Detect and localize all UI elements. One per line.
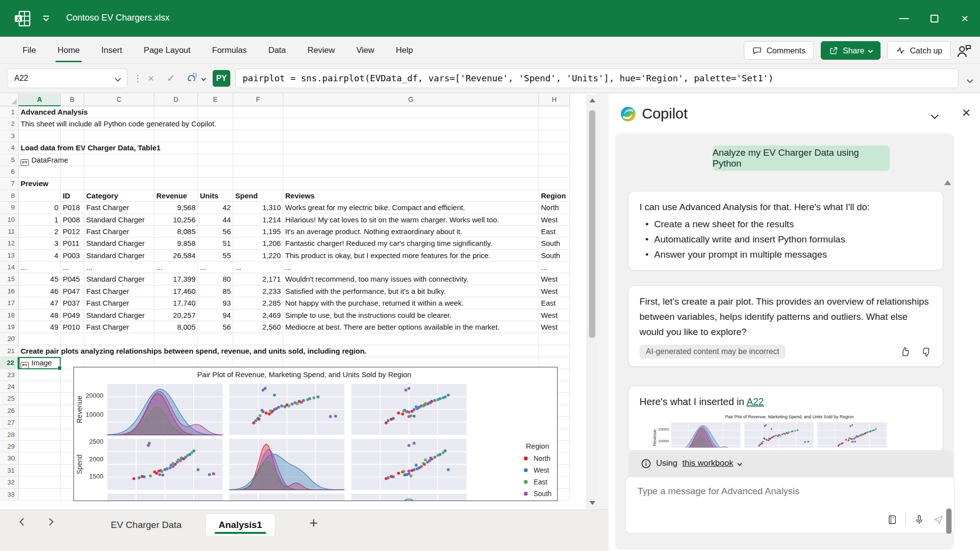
cell-H6[interactable]	[539, 166, 570, 178]
cell-D5[interactable]	[154, 154, 198, 166]
cancel-entry-icon[interactable]: ×	[148, 69, 154, 88]
cell-C3[interactable]	[84, 130, 154, 142]
cell-A12[interactable]: 3	[19, 238, 61, 249]
row-header-9[interactable]: 9	[0, 202, 19, 214]
row-header-31[interactable]: 31	[0, 465, 19, 477]
row-header-32[interactable]: 32	[0, 477, 19, 488]
cell-H8[interactable]: Region	[539, 190, 570, 202]
cell-A7[interactable]: Preview	[19, 178, 61, 190]
cell-F16[interactable]: 2,233	[233, 286, 283, 297]
column-header-A[interactable]: A	[19, 94, 61, 106]
cell-H4[interactable]	[539, 142, 570, 154]
sheet-nav-next-icon[interactable]	[47, 518, 52, 527]
cell-C10[interactable]: Standard Charger	[84, 214, 154, 226]
cell-G7[interactable]	[283, 178, 539, 190]
cell-A8[interactable]	[19, 190, 61, 202]
row-header-5[interactable]: 5	[0, 154, 19, 166]
cell-A33[interactable]	[19, 489, 61, 501]
cell-E4[interactable]	[198, 142, 233, 154]
cell-D12[interactable]: 9,858	[154, 238, 198, 249]
cell-A30[interactable]	[19, 453, 61, 464]
cell-A10[interactable]: 1	[19, 214, 61, 226]
row-header-12[interactable]: 12	[0, 238, 19, 249]
column-header-D[interactable]: D	[154, 94, 198, 106]
sheet-tab-analysis1[interactable]: Analysis1	[206, 514, 275, 536]
cell-B9[interactable]: P018	[61, 202, 84, 214]
cell-E10[interactable]: 44	[198, 214, 233, 226]
row-header-18[interactable]: 18	[0, 310, 19, 321]
row-header-29[interactable]: 29	[0, 441, 19, 453]
column-header-H[interactable]: H	[539, 94, 570, 106]
cell-A19[interactable]: 49	[19, 321, 61, 333]
row-header-2[interactable]: 2	[0, 118, 19, 130]
cell-A3[interactable]	[19, 130, 61, 142]
cell-B3[interactable]	[61, 130, 84, 142]
cell-H16[interactable]: West	[539, 286, 570, 297]
this-workbook-link[interactable]: this workbook	[682, 458, 733, 468]
cell-E8[interactable]: Units	[198, 190, 233, 202]
thumbs-up-icon[interactable]	[900, 346, 911, 358]
cell-H17[interactable]: East	[539, 297, 570, 309]
close-button[interactable]: ×	[950, 0, 980, 37]
cell-G17[interactable]: Not happy with the purchase, returned it…	[283, 297, 539, 309]
row-header-20[interactable]: 20	[0, 333, 19, 345]
sheet-tab-ev-charger-data[interactable]: EV Charger Data	[98, 514, 195, 536]
cell-H20[interactable]	[539, 333, 570, 345]
cell-A31[interactable]	[19, 465, 61, 477]
row-header-7[interactable]: 7	[0, 178, 19, 190]
mic-icon[interactable]	[914, 514, 925, 525]
cell-E11[interactable]: 56	[198, 226, 233, 238]
cell-G5[interactable]	[283, 154, 539, 166]
cell-F18[interactable]: 2,469	[233, 310, 283, 321]
cell-D8[interactable]: Revenue	[154, 190, 198, 202]
ribbon-tab-formulas[interactable]: Formulas	[201, 37, 258, 64]
cell-E15[interactable]: 80	[198, 273, 233, 285]
cell-A17[interactable]: 47	[19, 297, 61, 309]
cell-C20[interactable]	[84, 333, 154, 345]
row-header-8[interactable]: 8	[0, 190, 19, 202]
cell-D20[interactable]	[154, 333, 198, 345]
cell-D11[interactable]: 8,085	[154, 226, 198, 238]
row-header-16[interactable]: 16	[0, 286, 19, 297]
cell-G15[interactable]: Wouldn't recommend, too many issues with…	[283, 273, 539, 285]
cell-D18[interactable]: 20,257	[154, 310, 198, 321]
cell-H18[interactable]: West	[539, 310, 570, 321]
cell-B10[interactable]: P008	[61, 214, 84, 226]
ribbon-tab-page-layout[interactable]: Page Layout	[133, 37, 201, 64]
cell-D7[interactable]	[154, 178, 198, 190]
cell-C11[interactable]: Fast Charger	[84, 226, 154, 238]
cell-F19[interactable]: 2,560	[233, 321, 283, 333]
cell-B11[interactable]: P012	[61, 226, 84, 238]
cell-D19[interactable]: 8,005	[154, 321, 198, 333]
cell-F9[interactable]: 1,310	[233, 202, 283, 214]
row-header-21[interactable]: 21	[0, 345, 19, 357]
row-header-15[interactable]: 15	[0, 273, 19, 285]
row-header-22[interactable]: 22	[0, 357, 19, 369]
column-header-G[interactable]: G	[283, 94, 539, 106]
cell-C16[interactable]: Fast Charger	[84, 286, 154, 297]
cell-D15[interactable]: 17,399	[154, 273, 198, 285]
row-header-26[interactable]: 26	[0, 405, 19, 417]
ribbon-pin-icon[interactable]	[41, 14, 51, 24]
cell-F13[interactable]: 1,220	[233, 250, 283, 262]
cell-H19[interactable]: West	[539, 321, 570, 333]
cell-G6[interactable]	[283, 166, 539, 178]
column-header-F[interactable]: F	[233, 94, 283, 106]
formula-input[interactable]: pairplot = sns.pairplot(EVData_df, vars=…	[235, 69, 958, 88]
cell-G9[interactable]: Works great for my electric bike. Compac…	[283, 202, 539, 214]
add-sheet-button[interactable]: +	[303, 515, 324, 531]
cell-E12[interactable]: 51	[198, 238, 233, 249]
cell-E6[interactable]	[198, 166, 233, 178]
cell-C13[interactable]: Standard Charger	[84, 250, 154, 262]
cell-E20[interactable]	[198, 333, 233, 345]
cell-A14[interactable]: ...	[19, 262, 61, 273]
select-all-corner[interactable]	[0, 94, 19, 106]
cell-G2[interactable]	[283, 118, 539, 130]
confirm-entry-icon[interactable]: ✓	[167, 69, 175, 88]
notebook-icon[interactable]	[887, 514, 898, 525]
cell-B19[interactable]: P010	[61, 321, 84, 333]
ribbon-tab-home[interactable]: Home	[47, 37, 90, 64]
cell-F12[interactable]: 1,206	[233, 238, 283, 249]
cell-G18[interactable]: Simple to use, but the instructions coul…	[283, 310, 539, 321]
cell-G10[interactable]: Hilarious! My cat loves to sit on the wa…	[283, 214, 539, 226]
